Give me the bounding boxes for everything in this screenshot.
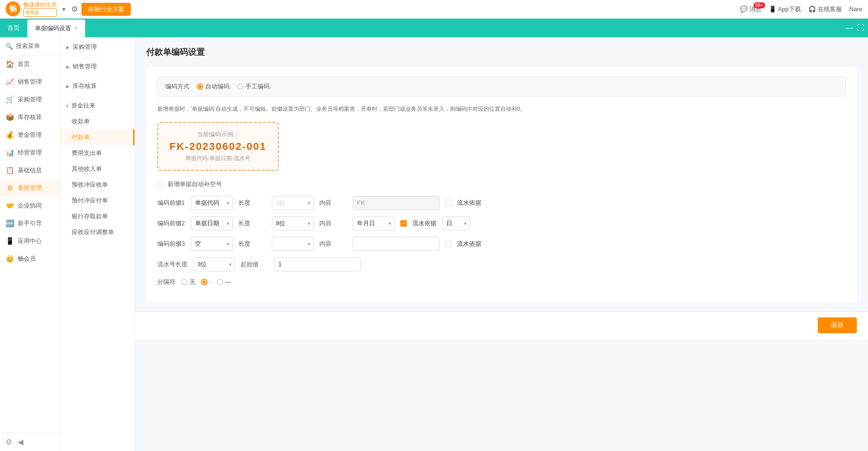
submenu-item-other-income[interactable]: 其他收入单 — [61, 161, 135, 177]
tab-close-icon[interactable]: × — [74, 25, 77, 32]
search-icon: 🔍 — [6, 43, 13, 50]
content1-input[interactable] — [353, 196, 439, 210]
tab-encode-settings[interactable]: 单据编码设置 × — [27, 20, 85, 37]
sidebar-item-member[interactable]: 👑 畅会员 — [0, 250, 60, 268]
online-service-btn[interactable]: 🎧 在线客服 — [808, 5, 842, 13]
submenu-item-receipt[interactable]: 收款单 — [61, 114, 135, 129]
submenu-header-sales[interactable]: ▶ 销售管理 — [61, 59, 135, 74]
content3-input[interactable] — [353, 237, 439, 251]
member-icon: 👑 — [6, 255, 14, 263]
submenu-header-finance[interactable]: ▾ 资金往来 — [61, 98, 135, 114]
operation-icon: 📊 — [6, 148, 14, 157]
submenu-item-adjustment[interactable]: 应收应付调整单 — [61, 224, 135, 240]
prefix1-select[interactable]: 单据代码 — [191, 196, 233, 210]
logo-text: 畅捷通好生意 — [23, 1, 57, 8]
content2-select[interactable]: 年月日 — [353, 216, 395, 230]
settings-card: 编码方式 自动编码 手工编码 — [146, 67, 857, 302]
period-select-wrap: 日 — [442, 216, 470, 230]
sidebar-item-purchase[interactable]: 🛒 采购管理 — [0, 91, 60, 108]
submenu-item-bank[interactable]: 银行存取款单 — [61, 209, 135, 224]
submenu-item-payment[interactable]: 付款单 — [61, 129, 135, 145]
serial-length-select[interactable]: 3位 — [193, 257, 235, 271]
serial1-checkbox[interactable] — [445, 200, 451, 206]
main-content: 付款单编码设置 编码方式 自动编码 手工编码 — [135, 37, 868, 451]
arrow-down-icon: ▾ — [66, 103, 68, 108]
service-icon: 🎧 — [808, 6, 816, 13]
prefix1-label: 编码前缀1 — [157, 199, 185, 207]
second-panel: ▶ 采购管理 ▶ 销售管理 ▶ 库存核算 ▾ 资金往来 — [61, 37, 868, 451]
trial-btn[interactable]: 体验行业方案 — [81, 3, 131, 16]
sidebar-collapse-btn[interactable]: ◀ — [18, 438, 23, 446]
code-preview-label: 当前编码示例： — [169, 130, 267, 139]
auto-encode-radio[interactable]: 自动编码 — [197, 82, 229, 91]
start-value-label: 起始值 — [241, 260, 269, 269]
radio-group: 自动编码 手工编码 — [197, 82, 269, 91]
length1-select[interactable]: 2位 — [272, 196, 314, 210]
prefix2-label: 编码前缀2 — [157, 219, 185, 228]
length3-select[interactable] — [272, 237, 314, 251]
minimize-btn[interactable]: — — [846, 24, 853, 32]
serial1-label: 流水依据 — [457, 199, 481, 207]
sep-dash-radio[interactable]: — — [217, 278, 231, 285]
topbar: 畅 畅捷通好生意 搭鱼版 ▾ ⚙ 体验行业方案 💬 消息 99+ 📱 App下载… — [0, 0, 868, 19]
length2-select[interactable]: 8位 — [272, 216, 314, 230]
autofill-checkbox[interactable] — [157, 181, 164, 188]
message-btn[interactable]: 💬 消息 99+ — [740, 5, 761, 13]
stock-icon: 📦 — [6, 113, 14, 121]
submenu-group-sales: ▶ 销售管理 — [61, 57, 135, 76]
sidebar-item-sales[interactable]: 📈 销售管理 — [0, 73, 60, 91]
nav-dropdown-btn[interactable]: ▾ — [61, 4, 67, 14]
sidebar-item-guide[interactable]: 🆕 新手引导 — [0, 215, 60, 232]
sidebar-item-home[interactable]: 🏠 首页 — [0, 55, 60, 73]
serial2-checkbox[interactable] — [400, 220, 407, 227]
sidebar-item-basic[interactable]: 📋 基础信息 — [0, 162, 60, 179]
period-select[interactable]: 日 — [442, 216, 470, 230]
sep-none-radio[interactable]: 无 — [181, 278, 195, 286]
submenu-header-purchase[interactable]: ▶ 采购管理 — [61, 39, 135, 55]
prefix-row-1: 编码前缀1 单据代码 长度 2位 内容 — [157, 196, 846, 210]
code-preview: 当前编码示例： FK-20230602-001 单据代码-单据日期-流水号 — [157, 122, 279, 171]
submenu-item-pre-payment[interactable]: 预付冲应付单 — [61, 193, 135, 209]
arrow-right-icon3: ▶ — [66, 84, 70, 89]
sidebar-item-coop[interactable]: 🤝 企业协同 — [0, 197, 60, 215]
content2-select-wrap: 年月日 — [353, 216, 395, 230]
message-badge: 99+ — [754, 2, 765, 8]
save-bar: 保存 — [135, 311, 868, 339]
logo-badge: 搭鱼版 — [23, 8, 57, 17]
prefix2-select[interactable]: 单据日期 — [191, 216, 233, 230]
guide-icon: 🆕 — [6, 219, 14, 228]
sub-menu: ▶ 采购管理 ▶ 销售管理 ▶ 库存核算 ▾ 资金往来 — [61, 37, 135, 451]
app-download-btn[interactable]: 📱 App下载 — [769, 5, 801, 13]
length3-select-wrap — [272, 237, 314, 251]
main-layout: 🔍 搜索菜单 🏠 首页 📈 销售管理 🛒 采购管理 📦 库存核算 💰 资金管理 … — [0, 37, 868, 451]
serial3-label: 流水依据 — [457, 240, 481, 248]
user-info[interactable]: Nare — [849, 6, 862, 13]
logo-icon: 畅 — [6, 1, 20, 16]
serial3-checkbox[interactable] — [445, 241, 451, 247]
prefix-row-2: 编码前缀2 单据日期 长度 8位 内容 — [157, 216, 846, 230]
sidebar: 🔍 搜索菜单 🏠 首页 📈 销售管理 🛒 采购管理 📦 库存核算 💰 资金管理 … — [0, 37, 61, 451]
tabbar-right: — ⛶ — [842, 24, 868, 32]
sidebar-item-operation[interactable]: 📊 经营管理 — [0, 144, 60, 162]
sidebar-item-finance[interactable]: 💰 资金管理 — [0, 126, 60, 144]
coop-icon: 🤝 — [6, 202, 14, 210]
maximize-btn[interactable]: ⛶ — [857, 24, 864, 32]
start-value-input[interactable] — [274, 257, 361, 271]
prefix3-select[interactable]: 空 — [191, 237, 233, 251]
content3-label: 内容 — [319, 240, 347, 248]
basic-icon: 📋 — [6, 166, 14, 175]
prefix1-select-wrap: 单据代码 — [191, 196, 233, 210]
submenu-item-pre-receipt[interactable]: 预收冲应收单 — [61, 177, 135, 193]
settings-btn[interactable]: ⚙ — [71, 5, 78, 13]
sep-dot-radio[interactable]: · — [201, 278, 211, 285]
sidebar-settings-btn[interactable]: ⚙ — [6, 438, 12, 446]
save-button[interactable]: 保存 — [818, 317, 857, 333]
sidebar-item-stock[interactable]: 📦 库存核算 — [0, 108, 60, 126]
sidebar-item-app[interactable]: 📱 应用中心 — [0, 232, 60, 250]
tab-home[interactable]: 首页 — [0, 19, 27, 37]
submenu-item-expense[interactable]: 费用支出单 — [61, 145, 135, 161]
submenu-header-stock[interactable]: ▶ 库存核算 — [61, 78, 135, 94]
search-menu[interactable]: 🔍 搜索菜单 — [0, 37, 60, 55]
sidebar-item-system[interactable]: ⚙ 系统管理 — [0, 179, 60, 197]
manual-encode-radio[interactable]: 手工编码 — [237, 82, 269, 91]
